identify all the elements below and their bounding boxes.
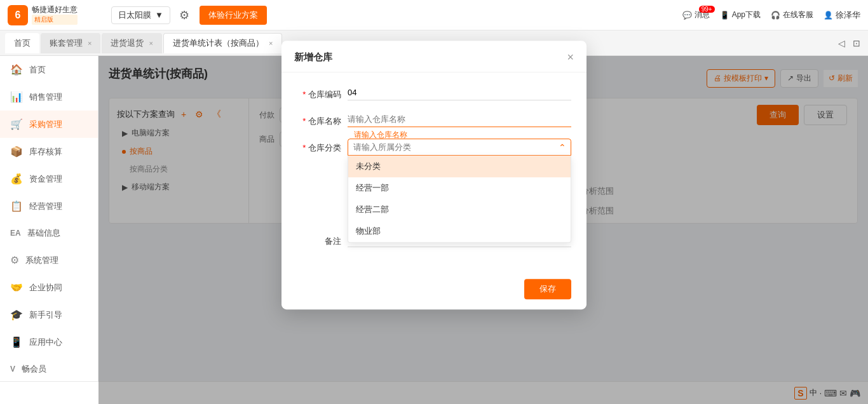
vip-icon: V <box>10 365 15 374</box>
logo-badge: 精启版 <box>32 15 78 25</box>
sales-icon: 📊 <box>10 91 23 103</box>
top-header: 6 畅捷通好生意 精启版 日太阳膜 ▼ ⚙ 体验行业方案 💬 消息 99+ 📱 … <box>0 0 868 30</box>
appstore-icon: 📱 <box>10 336 23 348</box>
user-icon: 👤 <box>824 11 833 20</box>
home-tab-label: 首页 <box>14 37 31 49</box>
enterprise-icon: 🤝 <box>10 281 23 293</box>
accounts-tab-label: 账套管理 <box>50 37 83 49</box>
category-input[interactable] <box>348 138 571 156</box>
dialog-footer: 保存 <box>281 271 587 309</box>
purchase-return-tab-close[interactable]: × <box>149 39 153 47</box>
category-label: 仓库分类 <box>297 138 348 154</box>
sidebar-item-guide[interactable]: 🎓 新手引导 <box>0 301 98 328</box>
header-right: 💬 消息 99+ 📱 App下载 🎧 在线客服 👤 徐泽华 <box>682 10 860 21</box>
sidebar-item-home[interactable]: 🏠 首页 <box>0 56 98 83</box>
sidebar-item-operations[interactable]: 📋 经营管理 <box>0 192 98 220</box>
message-item[interactable]: 💬 消息 99+ <box>682 10 710 20</box>
sidebar-item-system[interactable]: ⚙ 系统管理 <box>0 246 98 274</box>
tab-accounts[interactable]: 账套管理 × <box>41 33 100 53</box>
dropdown-item-dept3[interactable]: 物业部 <box>348 220 571 242</box>
service-label: 在线客服 <box>783 10 813 20</box>
sidebar-appstore-label: 应用中心 <box>29 337 62 348</box>
notes-label: 备注 <box>297 232 348 247</box>
name-label: 仓库名称 <box>297 112 348 127</box>
code-label: 仓库编码 <box>297 85 348 100</box>
sidebar-sales-label: 销售管理 <box>29 91 62 103</box>
accounts-tab-close[interactable]: × <box>88 39 92 47</box>
sidebar-operations-label: 经营管理 <box>29 201 62 212</box>
operations-icon: 📋 <box>10 200 23 212</box>
sidebar-home-label: 首页 <box>29 64 46 76</box>
dropdown-item-dept2[interactable]: 经营二部 <box>348 199 571 220</box>
sidebar-guide-label: 新手引导 <box>29 309 62 321</box>
purchase-icon: 🛒 <box>10 118 23 130</box>
tab-controls: ◁ ⊡ <box>836 36 863 51</box>
sidebar-item-basic-info[interactable]: EA 基础信息 <box>0 220 98 246</box>
tab-home[interactable]: 首页 <box>5 33 39 53</box>
sidebar-item-enterprise[interactable]: 🤝 企业协同 <box>0 274 98 301</box>
system-icon: ⚙ <box>10 254 19 266</box>
logo-icon: 6 <box>8 5 28 25</box>
purchase-return-tab-label: 进货退货 <box>111 37 144 49</box>
dialog-close-button[interactable]: × <box>567 51 574 64</box>
mobile-icon: 📱 <box>720 11 729 20</box>
app-label: App下载 <box>732 10 761 20</box>
tab-expand-button[interactable]: ⊡ <box>850 36 863 51</box>
sidebar-inventory-label: 库存核算 <box>29 146 62 158</box>
name-row: 仓库名称 请输入仓库名称 <box>297 112 571 127</box>
sidebar-item-vip[interactable]: V 畅会员 <box>0 356 98 382</box>
sidebar-item-inventory[interactable]: 📦 库存核算 <box>0 138 98 165</box>
purchase-stats-tab-label: 进货单统计表（按商品） <box>173 37 264 49</box>
chevron-down-icon: ▼ <box>155 10 163 20</box>
home-icon: 🏠 <box>10 64 23 76</box>
save-button[interactable]: 保存 <box>524 279 571 299</box>
code-row: 仓库编码 <box>297 85 571 100</box>
sidebar-vip-label: 畅会员 <box>22 363 46 375</box>
store-name: 日太阳膜 <box>118 10 151 21</box>
headset-icon: 🎧 <box>771 11 780 20</box>
message-icon: 💬 <box>682 11 692 20</box>
name-input[interactable] <box>348 112 571 127</box>
tab-purchase-return[interactable]: 进货退货 × <box>102 33 161 53</box>
tab-purchase-stats[interactable]: 进货单统计表（按商品） × <box>163 33 282 53</box>
inventory-icon: 📦 <box>10 145 23 158</box>
sidebar-system-label: 系统管理 <box>25 255 58 266</box>
trial-button[interactable]: 体验行业方案 <box>200 6 267 25</box>
dialog-body: 仓库编码 仓库名称 请输入仓库名称 仓库分类 ⌃ 未分类 经营一部 <box>281 72 587 271</box>
sidebar: 🏠 首页 📊 销售管理 🛒 采购管理 📦 库存核算 💰 资金管理 📋 经营管理 … <box>0 56 98 404</box>
app-download-item[interactable]: 📱 App下载 <box>720 10 761 20</box>
settings-icon[interactable]: ⚙ <box>174 5 194 25</box>
dialog-header: 新增仓库 × <box>281 41 587 72</box>
logo-area: 6 畅捷通好生意 精启版 <box>8 5 106 25</box>
store-selector[interactable]: 日太阳膜 ▼ <box>111 6 170 24</box>
guide-icon: 🎓 <box>10 309 23 321</box>
sidebar-basic-info-label: 基础信息 <box>27 227 60 239</box>
customer-service-item[interactable]: 🎧 在线客服 <box>771 10 813 20</box>
code-input[interactable] <box>348 85 571 100</box>
sidebar-item-sales[interactable]: 📊 销售管理 <box>0 83 98 111</box>
dropdown-item-dept1[interactable]: 经营一部 <box>348 177 571 199</box>
sidebar-enterprise-label: 企业协同 <box>29 282 62 293</box>
new-warehouse-dialog: 新增仓库 × 仓库编码 仓库名称 请输入仓库名称 仓库分类 ⌃ 未分类 <box>281 41 587 309</box>
user-item[interactable]: 👤 徐泽华 <box>824 10 860 21</box>
sidebar-purchase-label: 采购管理 <box>29 119 62 130</box>
user-name: 徐泽华 <box>836 10 860 21</box>
category-row: 仓库分类 ⌃ 未分类 经营一部 经营二部 物业部 <box>297 138 571 156</box>
logo-name: 畅捷通好生意 <box>32 5 78 15</box>
dropdown-item-uncategorized[interactable]: 未分类 <box>348 156 571 177</box>
category-dropdown: 未分类 经营一部 经营二部 物业部 <box>348 156 571 243</box>
purchase-stats-tab-close[interactable]: × <box>269 39 273 47</box>
sidebar-item-finance[interactable]: 💰 资金管理 <box>0 165 98 192</box>
message-badge: 99+ <box>699 6 715 13</box>
sidebar-finance-label: 资金管理 <box>29 173 62 185</box>
finance-icon: 💰 <box>10 173 23 185</box>
basic-info-icon: EA <box>10 229 21 238</box>
sidebar-item-purchase[interactable]: 🛒 采购管理 <box>0 111 98 138</box>
category-select-wrapper: ⌃ 未分类 经营一部 经营二部 物业部 <box>348 138 571 156</box>
tab-prev-button[interactable]: ◁ <box>836 36 848 51</box>
sidebar-item-appstore[interactable]: 📱 应用中心 <box>0 328 98 356</box>
dialog-title: 新增仓库 <box>294 51 332 64</box>
